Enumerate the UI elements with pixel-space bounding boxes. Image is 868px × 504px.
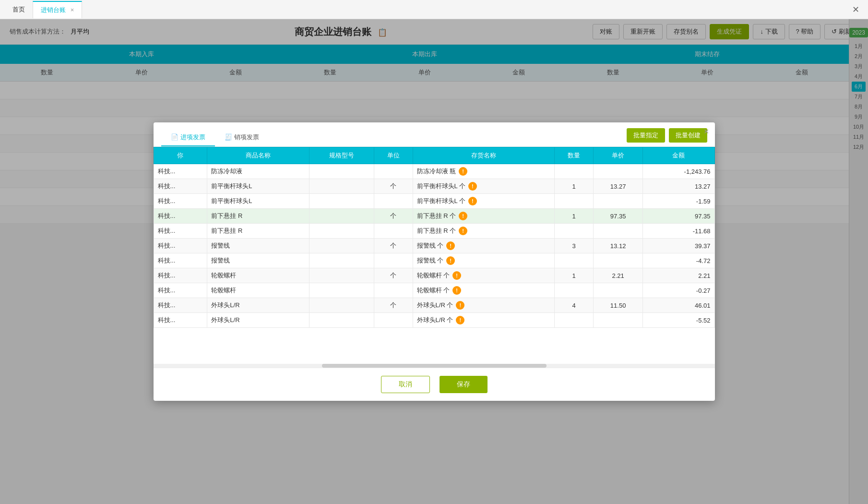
table-row[interactable]: 科技...报警线报警线 个!-4.72	[154, 253, 714, 268]
cell-6: 13.12	[594, 239, 643, 253]
warning-icon[interactable]: !	[452, 286, 461, 295]
cell-0: 科技...	[154, 194, 207, 209]
outgoing-tab-icon: 🧾	[225, 133, 232, 141]
col-amount: 金额	[643, 147, 714, 164]
table-row[interactable]: 科技...前平衡杆球头L前平衡杆球头L 个!-1.59	[154, 194, 714, 209]
inventory-name-cell: 前下悬挂 R 个!	[413, 209, 555, 224]
cell-5: 1	[555, 179, 594, 194]
warning-icon[interactable]: !	[459, 227, 467, 235]
warning-icon[interactable]: !	[468, 182, 477, 191]
warning-icon[interactable]: !	[468, 197, 477, 205]
cell-6: 97.35	[594, 209, 643, 224]
cell-3: 个	[374, 298, 413, 313]
inventory-name-cell: 外球头L/R 个!	[413, 298, 555, 313]
table-row[interactable]: 科技...外球头L/R外球头L/R 个!-5.52	[154, 313, 714, 328]
inventory-name-cell: 前平衡杆球头L 个!	[413, 179, 555, 194]
col-inventory-name: 存货名称	[413, 147, 555, 164]
cell-0: 科技...	[154, 209, 207, 224]
horizontal-scrollbar[interactable]	[154, 364, 715, 368]
cell-2	[309, 253, 374, 268]
incoming-tab-icon: 📄	[171, 133, 178, 141]
inventory-name-cell: 报警线 个!	[413, 253, 555, 268]
warning-icon[interactable]: !	[456, 301, 464, 310]
window-close-button[interactable]: ✕	[848, 2, 863, 17]
table-row[interactable]: 科技...前下悬挂 R前下悬挂 R 个!-11.68	[154, 224, 714, 239]
cell-3: 个	[374, 239, 413, 253]
batch-create-button[interactable]: 批量创建	[669, 128, 707, 143]
cell-0: 科技...	[154, 298, 207, 313]
table-row[interactable]: 科技...报警线个报警线 个!313.1239.37	[154, 239, 714, 253]
warning-icon[interactable]: !	[456, 316, 464, 324]
cell-7: -4.72	[643, 253, 714, 268]
cell-5: 4	[555, 298, 594, 313]
cell-2	[309, 313, 374, 328]
cell-1: 前平衡杆球头L	[207, 194, 309, 209]
modal-overlay: 📄 进项发票 🧾 销项发票 批量指定 批量创建 ×	[0, 19, 868, 504]
cell-5	[555, 164, 594, 179]
cell-1: 前下悬挂 R	[207, 224, 309, 239]
cancel-button[interactable]: 取消	[381, 376, 430, 393]
inventory-name-cell: 轮毂螺杆 个!	[413, 268, 555, 283]
scroll-thumb	[322, 364, 547, 368]
cell-0: 科技...	[154, 164, 207, 179]
table-row[interactable]: 科技...外球头L/R个外球头L/R 个!411.5046.01	[154, 298, 714, 313]
cell-6	[594, 164, 643, 179]
modal-table-container[interactable]: 你 商品名称 规格型号 单位 存货名称 数量 单价 金额 科技...防冻冷却液防…	[154, 147, 715, 364]
warning-icon[interactable]: !	[459, 167, 467, 176]
cell-7: 13.27	[643, 179, 714, 194]
cell-7: 39.37	[643, 239, 714, 253]
cell-7: -11.68	[643, 224, 714, 239]
tab-outgoing-invoice[interactable]: 🧾 销项发票	[215, 129, 269, 146]
cell-7: 97.35	[643, 209, 714, 224]
warning-icon[interactable]: !	[452, 271, 461, 280]
cell-5	[555, 253, 594, 268]
cell-7: 46.01	[643, 298, 714, 313]
warning-icon[interactable]: !	[446, 256, 455, 265]
cell-1: 防冻冷却液	[207, 164, 309, 179]
cell-0: 科技...	[154, 224, 207, 239]
cell-2	[309, 268, 374, 283]
tab-ledger[interactable]: 进销台账 ×	[33, 1, 82, 18]
cell-6	[594, 194, 643, 209]
warning-icon[interactable]: !	[459, 212, 467, 220]
cell-3: 个	[374, 209, 413, 224]
main-area: 销售成本计算方法： 月平均 商贸企业进销台账 📋 对账 重新开账 存货别名 生成…	[0, 19, 868, 504]
cell-7: -1,243.76	[643, 164, 714, 179]
modal-dialog: 📄 进项发票 🧾 销项发票 批量指定 批量创建 ×	[154, 122, 715, 401]
tab-home[interactable]: 首页	[5, 1, 33, 18]
col-company: 你	[154, 147, 207, 164]
col-unit-price: 单价	[594, 147, 643, 164]
cell-0: 科技...	[154, 179, 207, 194]
cell-1: 外球头L/R	[207, 313, 309, 328]
cell-0: 科技...	[154, 283, 207, 298]
cell-6	[594, 224, 643, 239]
cell-7: -0.27	[643, 283, 714, 298]
tab-close-icon[interactable]: ×	[71, 6, 74, 13]
table-row[interactable]: 科技...防冻冷却液防冻冷却液 瓶!-1,243.76	[154, 164, 714, 179]
table-row[interactable]: 科技...轮毂螺杆轮毂螺杆 个!-0.27	[154, 283, 714, 298]
warning-icon[interactable]: !	[446, 241, 455, 250]
inventory-name-cell: 外球头L/R 个!	[413, 313, 555, 328]
table-row[interactable]: 科技...前平衡杆球头L个前平衡杆球头L 个!113.2713.27	[154, 179, 714, 194]
save-button[interactable]: 保存	[440, 376, 488, 393]
cell-3	[374, 313, 413, 328]
cell-6	[594, 253, 643, 268]
cell-6: 11.50	[594, 298, 643, 313]
cell-2	[309, 179, 374, 194]
inventory-name-cell: 轮毂螺杆 个!	[413, 283, 555, 298]
cell-0: 科技...	[154, 239, 207, 253]
cell-3	[374, 164, 413, 179]
cell-1: 前平衡杆球头L	[207, 179, 309, 194]
cell-5	[555, 224, 594, 239]
tab-incoming-invoice[interactable]: 📄 进项发票	[161, 129, 215, 146]
table-row[interactable]: 科技...轮毂螺杆个轮毂螺杆 个!12.212.21	[154, 268, 714, 283]
cell-0: 科技...	[154, 253, 207, 268]
cell-3	[374, 194, 413, 209]
modal-close-button[interactable]: ×	[704, 127, 709, 136]
batch-assign-button[interactable]: 批量指定	[627, 128, 665, 143]
col-spec: 规格型号	[309, 147, 374, 164]
cell-6: 13.27	[594, 179, 643, 194]
table-row[interactable]: 科技...前下悬挂 R个前下悬挂 R 个!197.3597.35	[154, 209, 714, 224]
cell-2	[309, 164, 374, 179]
col-unit: 单位	[374, 147, 413, 164]
